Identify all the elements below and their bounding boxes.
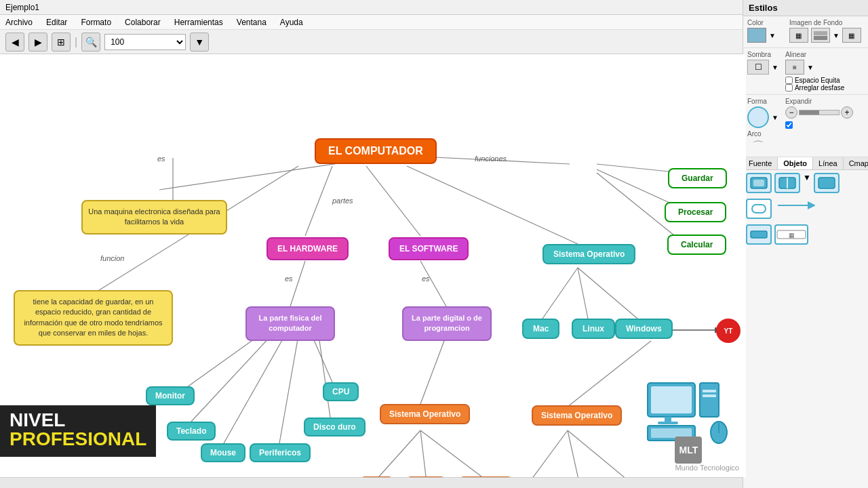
menu-herramientas[interactable]: Herramientas <box>172 18 226 27</box>
expand-slider[interactable] <box>799 110 840 115</box>
panel-title: Estilos <box>743 0 868 16</box>
menu-colaborar[interactable]: Colaborar <box>122 18 163 27</box>
svg-line-32 <box>420 336 446 404</box>
panel-tabs: Fuente Objeto Línea Cmap <box>743 157 868 170</box>
align-arrow[interactable]: ▼ <box>807 64 814 71</box>
node-computador[interactable]: EL COMPUTADOR <box>315 138 437 164</box>
svg-line-24 <box>578 268 637 319</box>
shape-icon-1[interactable] <box>746 173 772 193</box>
node-disco-duro[interactable]: Disco duro <box>304 418 366 436</box>
shape-icon-5[interactable] <box>746 224 772 245</box>
label-funciones: funciones <box>475 155 507 163</box>
svg-rect-44 <box>651 386 692 413</box>
img-btn-1[interactable]: ▦ <box>789 28 808 43</box>
layout-button[interactable]: ⊞ <box>52 33 71 52</box>
menu-editar[interactable]: Editar <box>43 18 70 27</box>
node-calcular[interactable]: Calcular <box>667 235 726 255</box>
label-es2: es <box>285 274 293 283</box>
node-cpu[interactable]: CPU <box>323 382 359 401</box>
svg-line-37 <box>568 430 578 477</box>
node-guardar[interactable]: Guardar <box>668 168 727 188</box>
zoom-dropdown[interactable]: ▼ <box>190 33 209 52</box>
forward-button[interactable]: ▶ <box>28 33 47 52</box>
forma-arrow[interactable]: ▼ <box>772 114 778 121</box>
node-mac1[interactable]: Mac <box>522 319 559 339</box>
img-btn-2[interactable] <box>811 28 830 43</box>
node-sistema-op3[interactable]: Sistema Operativo <box>532 405 622 426</box>
panel-shapes-row2 <box>743 196 868 222</box>
color-arrow[interactable]: ▼ <box>769 32 776 39</box>
menu-archivo[interactable]: Archivo <box>3 18 35 27</box>
arreglar-checkbox[interactable] <box>785 84 793 92</box>
node-windows1[interactable]: Windows <box>615 319 673 339</box>
panel-forma-section: Forma ▼ Arco ⌒ Expandir − + <box>743 95 868 157</box>
menubar: Archivo Editar Formato Colaborar Herrami… <box>0 15 868 30</box>
svg-line-34 <box>420 430 426 476</box>
expand-minus[interactable]: − <box>785 106 797 119</box>
tab-cmap[interactable]: Cmap <box>844 157 868 169</box>
svg-line-29 <box>279 336 298 443</box>
img-arrow[interactable]: ▼ <box>833 32 840 39</box>
node-linux1[interactable]: Linux <box>572 319 615 339</box>
svg-line-30 <box>312 336 332 382</box>
back-button[interactable]: ◀ <box>5 33 24 52</box>
shape-icon-4[interactable] <box>746 199 772 219</box>
zoom-select[interactable]: 100 50 75 125 150 200 <box>104 34 186 50</box>
node-definition1[interactable]: Una maquina electronica diseñada para fa… <box>81 200 227 235</box>
svg-rect-46 <box>658 422 678 424</box>
expandir-checkbox[interactable] <box>785 121 793 129</box>
expand-plus[interactable]: + <box>841 106 853 119</box>
arreglar-label: Arreglar desfase <box>795 84 844 92</box>
shape-dropdown[interactable]: ▼ <box>803 173 811 193</box>
expandir-check[interactable] <box>785 121 853 129</box>
svg-line-27 <box>191 336 271 422</box>
align-btn[interactable]: ≡ <box>785 60 804 75</box>
svg-line-28 <box>224 336 285 443</box>
label-partes: partes <box>332 197 353 205</box>
align-label: Alinear <box>785 51 844 58</box>
zoom-button[interactable]: 🔍 <box>81 33 100 52</box>
canvas: es funciones partes funcion es es EL COM… <box>0 54 746 477</box>
tab-linea[interactable]: Línea <box>813 157 844 169</box>
svg-rect-47 <box>700 383 719 417</box>
node-sistema-op1[interactable]: Sistema Operativo <box>542 244 635 264</box>
svg-rect-48 <box>703 390 716 392</box>
node-teclado[interactable]: Teclado <box>167 422 216 441</box>
menu-ayuda[interactable]: Ayuda <box>277 18 306 27</box>
svg-rect-5 <box>752 205 766 213</box>
node-perifericos[interactable]: Perifericos <box>250 443 311 462</box>
panel-shapes-row: ▼ <box>743 170 868 196</box>
color-label: Color <box>747 19 776 26</box>
node-software[interactable]: EL SOFTWARE <box>389 237 469 260</box>
shadow-select[interactable]: ☐ <box>747 60 769 75</box>
node-mouse[interactable]: Mouse <box>201 443 245 462</box>
shadow-arrow[interactable]: ▼ <box>772 64 778 71</box>
red-circle-icon: YT <box>716 319 741 343</box>
tab-fuente[interactable]: Fuente <box>743 157 778 169</box>
shape-icon-3[interactable] <box>814 173 840 193</box>
node-monitor[interactable]: Monitor <box>146 386 195 405</box>
shape-icon-2[interactable] <box>774 173 800 193</box>
img-btn-3[interactable]: ▦ <box>842 28 861 43</box>
forma-select[interactable] <box>747 106 769 128</box>
node-definition2[interactable]: tiene la capacidad de guardar, en un esp… <box>14 290 173 346</box>
node-sw-parte[interactable]: La parte digital o de programcion <box>402 306 492 341</box>
node-sistema-op2[interactable]: Sistema Operativo <box>380 404 470 424</box>
right-panel: Estilos Color ▼ Imagen de Fondo ▦ ▼ ▦ <box>743 0 868 488</box>
svg-line-18 <box>290 261 305 306</box>
arreglar-check[interactable]: Arreglar desfase <box>785 84 844 92</box>
menu-ventana[interactable]: Ventana <box>234 18 269 27</box>
shape-icon-6[interactable]: ▦ <box>774 224 808 245</box>
color-picker[interactable] <box>747 28 766 43</box>
menu-formato[interactable]: Formato <box>78 18 114 27</box>
panel-color-section: Color ▼ Imagen de Fondo ▦ ▼ ▦ <box>743 16 868 48</box>
espacio-check[interactable]: Espacio Equita <box>785 77 844 84</box>
node-hardware[interactable]: EL HARDWARE <box>267 237 349 260</box>
node-procesar[interactable]: Procesar <box>665 202 726 222</box>
svg-line-35 <box>420 430 481 476</box>
tab-objeto[interactable]: Objeto <box>778 157 813 169</box>
node-hw-parte[interactable]: La parte fisica del computador <box>245 306 335 341</box>
svg-line-31 <box>319 336 330 418</box>
label-funcion: funcion <box>100 254 124 262</box>
espacio-checkbox[interactable] <box>785 77 793 84</box>
